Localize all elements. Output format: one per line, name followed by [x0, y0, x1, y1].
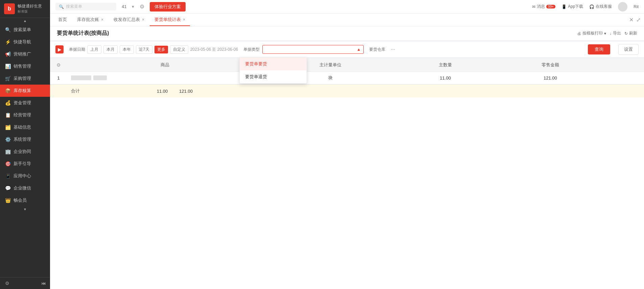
page-actions: 🖨 按模板打印 ▾ ↓ 导出 ↻ 刷新	[577, 30, 637, 36]
sidebar-item-search[interactable]: 🔍 搜索菜单	[0, 24, 50, 36]
cell-qty: 11.00	[398, 72, 493, 84]
online-service-btn[interactable]: 🎧 在线客服	[589, 4, 612, 9]
settings-icon[interactable]: ⚙	[4, 280, 10, 286]
type-select-wrapper[interactable]: ▲	[262, 45, 364, 54]
sidebar-item-inventory[interactable]: 📦 库存核算	[0, 85, 50, 97]
tabs-close-all-btn[interactable]: ✕	[629, 17, 634, 23]
type-filter-label: 单据类型	[243, 47, 260, 52]
product-placeholder-2	[93, 75, 107, 80]
sidebar-item-basic[interactable]: 🗂️ 基础信息	[0, 121, 50, 133]
folder-icon: 🗂️	[5, 124, 11, 130]
chat-icon: 💬	[5, 185, 11, 191]
message-badge: 99+	[546, 5, 555, 8]
dropdown-item-return[interactable]: 要货单退货	[240, 70, 307, 83]
sidebar-item-finance[interactable]: 💰 资金管理	[0, 97, 50, 109]
type-filter-group: 单据类型 ▲	[243, 45, 364, 54]
main-area: 🔍 搜索菜单 41 ▾ ⚙ 体验行业方案 ✉ 消息 99+ 📱 App下载 🎧 …	[50, 0, 644, 289]
topbar-search[interactable]: 🔍 搜索菜单	[55, 3, 116, 10]
more-options-btn[interactable]: ···	[391, 46, 395, 52]
app-download-btn[interactable]: 📱 App下载	[562, 4, 583, 9]
sidebar-item-guide[interactable]: 🎯 新手引导	[0, 158, 50, 170]
col-extra-header	[608, 59, 644, 72]
crown-icon: 👑	[5, 197, 11, 203]
col-product-header: 商品	[67, 59, 263, 72]
filter-bar: ▶ 单据日期 上月 本月 本年 近7天 更多 自定义 2023-05-06 至 …	[50, 42, 644, 57]
cell-extra	[608, 72, 644, 84]
settings-gear-icon[interactable]: ⚙	[140, 3, 144, 10]
product-placeholder-1	[71, 75, 91, 80]
col-qty-header: 主数量	[398, 59, 493, 72]
column-settings-icon[interactable]: ⚙	[56, 62, 61, 68]
query-btn[interactable]: 查询	[588, 44, 610, 54]
chevron-down-print-icon: ▾	[604, 31, 606, 36]
sidebar-collapse-button[interactable]: ⏮	[41, 281, 46, 286]
tab-collect-summary[interactable]: 收发存汇总表 ×	[109, 14, 149, 26]
app-icon: 📱	[562, 4, 567, 9]
tab-inventory-batch[interactable]: 库存批次账 ×	[72, 14, 108, 26]
export-btn[interactable]: ↓ 导出	[610, 30, 621, 36]
sidebar-item-app-center[interactable]: 📱 应用中心	[0, 170, 50, 182]
table-row: 1 块 11.00 121.00	[50, 72, 644, 84]
last7days-btn[interactable]: 近7天	[136, 45, 152, 54]
sidebar-item-purchase[interactable]: 🛒 采购管理	[0, 72, 50, 85]
data-table: ⚙ 商品 主计量单位 主数量 零售金额	[50, 59, 644, 84]
refresh-btn[interactable]: ↻ 刷新	[624, 30, 637, 36]
cell-seq: 1	[50, 72, 67, 84]
sidebar-item-marketing[interactable]: 📢 营销推广	[0, 48, 50, 60]
footer-total-qty: 11.00	[122, 89, 169, 94]
messages-btn[interactable]: ✉ 消息 99+	[532, 4, 555, 9]
sidebar-item-enterprise[interactable]: 🏢 企业协同	[0, 146, 50, 158]
sidebar-bottom: ⚙ ⏮	[0, 277, 50, 289]
last-month-btn[interactable]: 上月	[87, 45, 101, 54]
cell-product	[67, 72, 263, 84]
print-btn[interactable]: 🖨 按模板打印 ▾	[577, 30, 606, 36]
tabs-expand-btn[interactable]: ⤢	[636, 17, 641, 23]
type-dropdown: 要货单要货 要货单退货	[239, 57, 307, 84]
gear-icon: ⚙️	[5, 136, 11, 142]
sidebar-scroll-down[interactable]: ▼	[0, 206, 50, 212]
date-filter-label: 单据日期	[69, 47, 85, 52]
this-year-btn[interactable]: 本年	[120, 45, 134, 54]
sidebar-item-wechat[interactable]: 💬 企业微信	[0, 182, 50, 194]
page-title: 要货单统计表(按商品)	[57, 30, 109, 37]
search-icon: 🔍	[5, 27, 11, 33]
filter-dates: 上月 本月 本年 近7天 更多 自定义	[87, 45, 188, 54]
table-header-row: ⚙ 商品 主计量单位 主数量 零售金额	[50, 59, 644, 72]
sidebar-item-operation[interactable]: 📋 经营管理	[0, 109, 50, 121]
this-month-btn[interactable]: 本月	[103, 45, 118, 54]
custom-date-btn[interactable]: 自定义	[170, 45, 188, 54]
topbar-right: ✉ 消息 99+ 📱 App下载 🎧 在线客服 Rit	[532, 2, 639, 12]
sidebar-item-quick-nav[interactable]: ⚡ 快捷导航	[0, 36, 50, 48]
megaphone-icon: 📢	[5, 51, 11, 57]
brand-name: 畅捷通好生意	[18, 4, 42, 9]
avatar	[618, 2, 627, 12]
printer-icon: 🖨	[577, 31, 581, 36]
target-icon: 🎯	[5, 161, 11, 167]
warehouse-filter-label: 要货仓库	[369, 47, 385, 52]
table-footer: 合计 11.00 121.00	[50, 84, 644, 97]
more-dates-btn[interactable]: 更多	[154, 46, 168, 53]
tab-order-stats[interactable]: 要货单统计表 ×	[150, 14, 190, 26]
page-header: 要货单统计表(按商品) 🖨 按模板打印 ▾ ↓ 导出 ↻ 刷新	[50, 26, 644, 40]
tab-inventory-batch-close[interactable]: ×	[101, 17, 103, 22]
username-label[interactable]: Rit	[634, 4, 639, 9]
type-select-input[interactable]	[263, 45, 363, 53]
tab-collect-summary-close[interactable]: ×	[142, 17, 144, 22]
inventory-icon: 📦	[5, 88, 11, 94]
filter-settings-btn[interactable]: 设置	[618, 44, 639, 55]
sidebar-scroll-up[interactable]: ▲	[0, 18, 50, 24]
filter-toggle-btn[interactable]: ▶	[55, 45, 64, 53]
tab-order-stats-close[interactable]: ×	[183, 17, 185, 22]
logo-area: b 畅捷通好生意 标准版	[0, 0, 50, 18]
tab-home[interactable]: 首页	[53, 14, 72, 26]
dropdown-item-requisition[interactable]: 要货单要货	[240, 58, 307, 70]
cart-icon: 🛒	[5, 75, 11, 82]
sidebar-item-system[interactable]: ⚙️ 系统管理	[0, 133, 50, 146]
message-icon: ✉	[532, 4, 535, 9]
sidebar-item-sales[interactable]: 📊 销售管理	[0, 60, 50, 72]
refresh-icon: ↻	[624, 31, 628, 36]
sidebar-item-members[interactable]: 👑 畅会员	[0, 194, 50, 206]
chevron-up-icon[interactable]: ▲	[357, 47, 361, 52]
trial-btn[interactable]: 体验行业方案	[150, 2, 186, 12]
topbar: 🔍 搜索菜单 41 ▾ ⚙ 体验行业方案 ✉ 消息 99+ 📱 App下载 🎧 …	[50, 0, 644, 14]
